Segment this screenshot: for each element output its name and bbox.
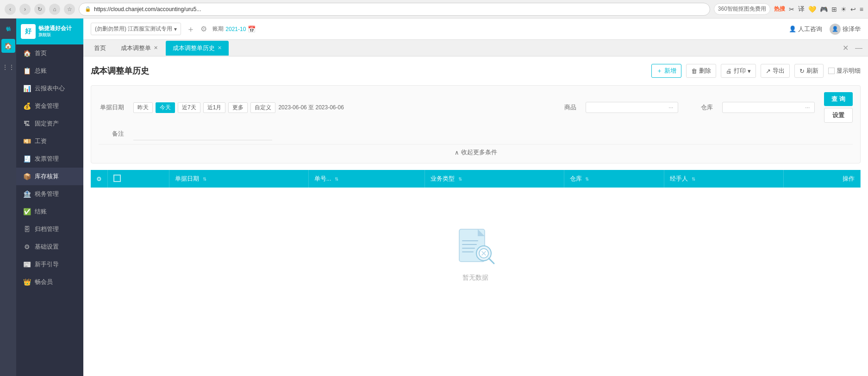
print-button[interactable]: 🖨 打印 ▾ (721, 64, 756, 78)
sidebar-item-ledger[interactable]: 📋 总账 (16, 62, 83, 80)
top-bar-left: (勿删勿禁用) 江西服宝测试专用 ▾ ＋ ⚙ 账期 2021-10 📅 (91, 23, 256, 35)
refresh-button[interactable]: ↻ (34, 4, 45, 15)
sidebar-item-payroll[interactable]: 💴 工资 (16, 132, 83, 150)
archive-icon: 🗄 (23, 226, 31, 233)
period-label: 账期 (212, 25, 224, 33)
settings-btn[interactable]: 设置 (824, 108, 853, 123)
table-header-biz-type[interactable]: 业务类型 ⇅ (425, 170, 564, 188)
sidebar-item-invoice[interactable]: 🧾 发票管理 (16, 150, 83, 168)
sidebar-label-invoice: 发票管理 (35, 155, 59, 163)
icon-bar-apps[interactable]: ⋮⋮ (1, 60, 15, 74)
settings-icon: ⚙ (23, 243, 31, 251)
date-filter-row: 单据日期 昨天 今天 近7天 近1月 更多 自定义 2023-06-06 至 2… (99, 92, 853, 123)
sidebar-item-inventory[interactable]: 📦 库存核算 (16, 168, 83, 185)
menu-icon[interactable]: ≡ (860, 6, 863, 13)
sidebar: 好 畅捷通好会计 旗舰版 🏠 首页 📋 总账 📊 云报表中心 💰 资金管理 (16, 19, 83, 376)
tab-cost-adjust[interactable]: 成本调整单 ✕ (114, 41, 165, 56)
browser-bar: ‹ › ↻ ⌂ ☆ 🔒 https://cloud.chanjet.com/ac… (0, 0, 868, 19)
collapse-up-icon: ∧ (455, 149, 459, 156)
forward-button[interactable]: › (19, 4, 31, 15)
sidebar-item-guide[interactable]: 📰 新手引导 (16, 256, 83, 273)
user-service-btn[interactable]: 👤 人工咨询 (789, 25, 822, 33)
sidebar-item-fixed-assets[interactable]: 🏗 固定资产 (16, 115, 83, 132)
star-button[interactable]: ☆ (64, 4, 75, 15)
close-window-btn[interactable]: ✕ (839, 42, 852, 54)
settings-gear-icon[interactable]: ⚙ (200, 25, 207, 33)
refresh-icon: ↻ (799, 68, 805, 75)
table-header-warehouse[interactable]: 仓库 ⇅ (564, 170, 664, 188)
sidebar-item-home[interactable]: 🏠 首页 (16, 44, 83, 62)
warehouse-filter-dropdown[interactable]: ··· (722, 102, 815, 113)
tab-cost-adjust-history-close[interactable]: ✕ (218, 45, 222, 51)
sidebar-item-close[interactable]: ✅ 结账 (16, 203, 83, 220)
sidebar-item-funds[interactable]: 💰 资金管理 (16, 97, 83, 115)
table-select-all-checkbox[interactable] (113, 175, 121, 182)
icon-bar-home[interactable]: 🏠 (1, 39, 15, 53)
home-button[interactable]: ⌂ (49, 4, 60, 15)
translate-icon[interactable]: 译 (798, 5, 805, 13)
game-icon[interactable]: 🎮 (820, 6, 828, 13)
biz-type-sort-icon: ⇅ (458, 176, 462, 182)
date-filter: 昨天 今天 近7天 近1月 更多 自定义 2023-06-06 至 2023-0… (133, 102, 344, 113)
add-button[interactable]: ＋ 新增 (651, 64, 681, 78)
tab-cost-adjust-history-label: 成本调整单历史 (173, 44, 215, 52)
sidebar-item-settings[interactable]: ⚙ 基础设置 (16, 238, 83, 256)
sidebar-item-reports[interactable]: 📊 云报表中心 (16, 80, 83, 97)
table-header-number[interactable]: 单号... ⇅ (308, 170, 425, 188)
search-tool[interactable]: 360智能抠图免费用 (714, 3, 770, 15)
export-button[interactable]: ↗ 导出 (761, 64, 790, 78)
date-btn-1month[interactable]: 近1月 (203, 102, 226, 113)
page-header: 成本调整单历史 ＋ 新增 🗑 删除 🖨 打印 ▾ (91, 64, 861, 78)
sidebar-label-close: 结账 (35, 207, 47, 216)
user-profile-btn[interactable]: 👤 徐泽华 (830, 24, 861, 35)
page-actions: ＋ 新增 🗑 删除 🖨 打印 ▾ ↗ 导出 (651, 64, 861, 78)
sidebar-item-member[interactable]: 👑 畅会员 (16, 273, 83, 291)
delete-button[interactable]: 🗑 删除 (686, 64, 716, 78)
user-avatar-icon: 👤 (830, 24, 841, 35)
brightness-icon[interactable]: ☀ (841, 6, 847, 13)
table-header-settings[interactable]: ⚙ (91, 170, 108, 188)
sidebar-label-fixed-assets: 固定资产 (35, 119, 59, 128)
sidebar-label-home: 首页 (35, 49, 47, 57)
goods-filter-dropdown[interactable]: ··· (586, 102, 678, 113)
query-btn-group: 查 询 设置 (824, 92, 853, 123)
table-header-checkbox (108, 170, 169, 188)
sidebar-item-tax[interactable]: 🏦 税务管理 (16, 185, 83, 203)
refresh-button[interactable]: ↻ 刷新 (794, 64, 824, 78)
back-button[interactable]: ‹ (5, 4, 16, 15)
date-btn-today[interactable]: 今天 (156, 102, 175, 113)
date-btn-custom[interactable]: 自定义 (250, 102, 275, 113)
export-label: 导出 (773, 67, 785, 75)
url-bar[interactable]: 🔒 https://cloud.chanjet.com/accounting/u… (79, 3, 710, 16)
table-header-operator[interactable]: 经手人 ⇅ (664, 170, 784, 188)
page-title: 成本调整单历史 (91, 65, 149, 76)
tab-home[interactable]: 首页 (87, 41, 113, 56)
note-filter-input[interactable] (133, 127, 272, 140)
sidebar-label-funds: 资金管理 (35, 102, 59, 110)
grid-icon[interactable]: ⊞ (831, 6, 837, 13)
table-settings-icon[interactable]: ⚙ (96, 175, 102, 182)
undo-icon[interactable]: ↩ (850, 6, 856, 13)
date-filter-label: 单据日期 (99, 103, 124, 112)
minimize-btn[interactable]: — (853, 42, 864, 54)
query-button[interactable]: 查 询 (824, 92, 853, 106)
tab-cost-adjust-close[interactable]: ✕ (154, 45, 158, 51)
display-toggle-checkbox[interactable] (828, 68, 835, 74)
collapse-btn[interactable]: ∧ 收起更多条件 (99, 144, 853, 157)
company-selector[interactable]: (勿删勿禁用) 江西服宝测试专用 ▾ (91, 23, 181, 35)
sidebar-label-member: 畅会员 (35, 278, 53, 286)
date-btn-7days[interactable]: 近7天 (178, 102, 200, 113)
date-btn-yesterday[interactable]: 昨天 (133, 102, 153, 113)
warehouse-sort-icon: ⇅ (585, 176, 589, 182)
date-btn-more[interactable]: 更多 (228, 102, 248, 113)
table-header-date[interactable]: 单据日期 ⇅ (169, 170, 309, 188)
add-company-btn[interactable]: ＋ (187, 24, 195, 35)
sidebar-item-archive[interactable]: 🗄 归档管理 (16, 220, 83, 238)
home-icon: 🏠 (23, 50, 31, 57)
scissor-icon: ✂ (789, 6, 794, 13)
tab-cost-adjust-history[interactable]: 成本调整单历史 ✕ (166, 41, 229, 56)
calendar-icon[interactable]: 📅 (248, 25, 256, 33)
date-range-start: 2023-06-06 (278, 104, 306, 111)
wallet-icon[interactable]: 💛 (808, 6, 816, 13)
display-toggle-label: 显示明细 (837, 67, 861, 75)
